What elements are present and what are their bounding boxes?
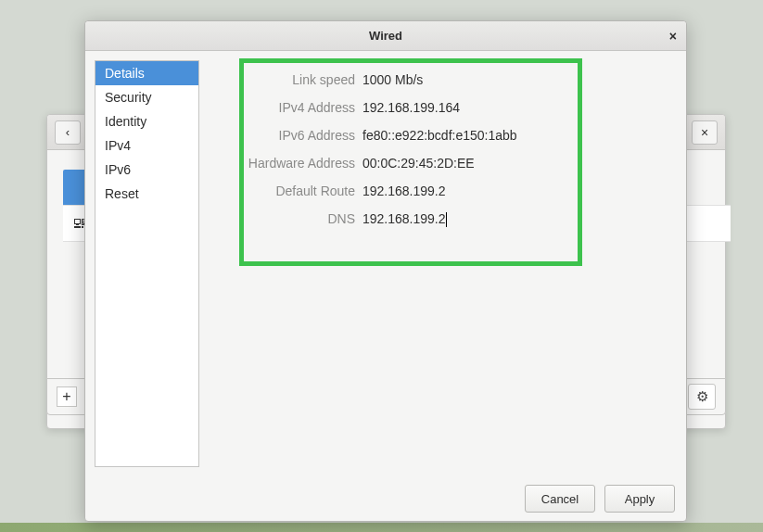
detail-row-ipv4: IPv4 Address 192.168.199.164 <box>210 94 677 121</box>
apply-button[interactable]: Apply <box>604 485 675 513</box>
detail-row-link-speed: Link speed 1000 Mb/s <box>210 66 677 94</box>
label-hardware: Hardware Address <box>210 156 362 171</box>
sidebar-item-identity[interactable]: Identity <box>95 109 198 133</box>
sidebar-item-ipv6[interactable]: IPv6 <box>95 158 198 182</box>
details-grid: Link speed 1000 Mb/s IPv4 Address 192.16… <box>210 60 677 238</box>
value-dns: 192.168.199.2 <box>362 211 446 226</box>
gear-icon[interactable]: ⚙ <box>688 384 716 410</box>
label-dns: DNS <box>210 211 362 226</box>
value-default-route: 192.168.199.2 <box>362 184 446 198</box>
desktop-background <box>0 523 763 532</box>
settings-sidebar: Details Security Identity IPv4 IPv6 Rese… <box>95 60 199 467</box>
label-link-speed: Link speed <box>210 72 362 87</box>
wired-settings-modal: Wired × Details Security Identity IPv4 I… <box>84 20 687 522</box>
value-ipv6: fe80::e922:bcdf:e150:1abb <box>362 128 517 143</box>
sidebar-item-details[interactable]: Details <box>95 61 198 85</box>
sidebar-item-security[interactable]: Security <box>95 85 198 109</box>
value-link-speed: 1000 Mb/s <box>362 72 423 87</box>
detail-row-ipv6: IPv6 Address fe80::e922:bcdf:e150:1abb <box>210 121 677 149</box>
label-ipv6: IPv6 Address <box>210 128 362 143</box>
detail-row-hardware: Hardware Address 00:0C:29:45:2D:EE <box>210 149 677 177</box>
sidebar-item-reset[interactable]: Reset <box>95 182 198 206</box>
sidebar-item-ipv4[interactable]: IPv4 <box>95 133 198 158</box>
detail-row-default-route: Default Route 192.168.199.2 <box>210 177 677 205</box>
modal-header: Wired × <box>85 21 686 51</box>
modal-body: Details Security Identity IPv4 IPv6 Rese… <box>85 51 686 476</box>
bg-close-button[interactable]: × <box>692 120 718 145</box>
cancel-button[interactable]: Cancel <box>525 485 595 513</box>
modal-footer: Cancel Apply <box>85 476 686 521</box>
close-icon[interactable]: × <box>669 29 677 44</box>
modal-title: Wired <box>369 29 402 43</box>
label-default-route: Default Route <box>210 184 362 198</box>
value-hardware: 00:0C:29:45:2D:EE <box>362 156 475 171</box>
detail-row-dns: DNS 192.168.199.2 <box>210 205 677 233</box>
label-ipv4: IPv4 Address <box>210 100 362 115</box>
add-button[interactable]: + <box>57 386 77 407</box>
back-button[interactable]: ‹ <box>55 120 81 145</box>
value-ipv4: 192.168.199.164 <box>362 100 460 115</box>
details-panel: Link speed 1000 Mb/s IPv4 Address 192.16… <box>210 60 677 467</box>
